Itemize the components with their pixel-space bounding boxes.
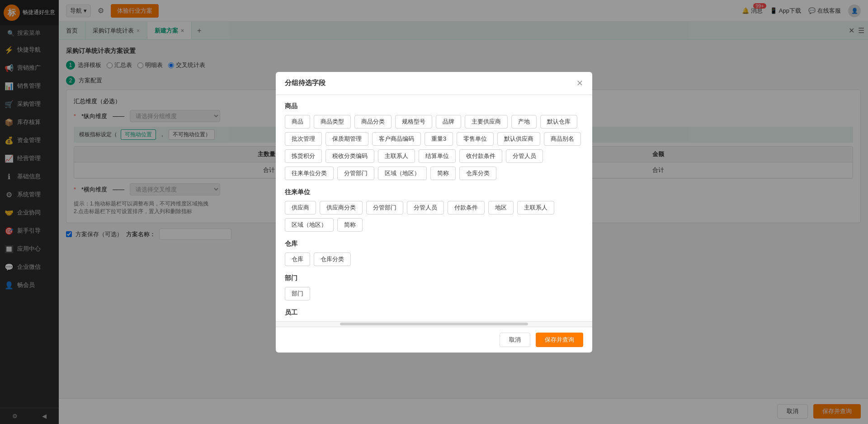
field-area[interactable]: 地区: [488, 201, 514, 214]
field-customer-code[interactable]: 客户商品编码: [372, 132, 421, 146]
field-settlement-unit[interactable]: 结算单位: [419, 149, 456, 163]
field-default-supplier[interactable]: 默认供应商: [497, 132, 540, 146]
field-payment-terms[interactable]: 收付款条件: [459, 149, 502, 163]
modal-header: 分组待选字段 ✕: [276, 72, 592, 95]
field-origin[interactable]: 产地: [511, 115, 537, 129]
modal-footer: 取消 保存并查询: [276, 327, 592, 353]
field-section-partner: 往来单位 供应商 供应商分类 分管部门 分管人员 付款条件 地区 主联系人 区域…: [285, 188, 583, 232]
field-dept-in-charge[interactable]: 分管部门: [337, 167, 374, 180]
field-supplier[interactable]: 供应商: [285, 201, 316, 214]
field-default-warehouse[interactable]: 默认仓库: [540, 115, 577, 129]
field-source-unit-category[interactable]: 往来单位分类: [285, 167, 334, 180]
field-product-type[interactable]: 商品类型: [314, 115, 351, 129]
field-batch-mgmt[interactable]: 批次管理: [285, 132, 322, 146]
modal-overlay[interactable]: 分组待选字段 ✕ 商品 商品 商品类型 商品分类 规格型号 品牌 主要供应商 产…: [0, 0, 868, 424]
field-brand[interactable]: 品牌: [436, 115, 461, 129]
modal-body[interactable]: 商品 商品 商品类型 商品分类 规格型号 品牌 主要供应商 产地 默认仓库 批次…: [276, 95, 592, 322]
field-region2[interactable]: 区域（地区）: [285, 218, 334, 232]
field-section-employee: 员工 业务员: [285, 309, 583, 322]
field-weight3[interactable]: 重量3: [425, 132, 453, 146]
field-wh-category[interactable]: 仓库分类: [314, 252, 351, 266]
field-wh[interactable]: 仓库: [285, 252, 310, 266]
field-alias[interactable]: 商品别名: [544, 132, 581, 146]
partner-fields: 供应商 供应商分类 分管部门 分管人员 付款条件 地区 主联系人 区域（地区） …: [285, 201, 583, 232]
field-manager[interactable]: 分管人员: [506, 149, 543, 163]
field-section-warehouse: 仓库 仓库 仓库分类: [285, 240, 583, 266]
goods-fields: 商品 商品类型 商品分类 规格型号 品牌 主要供应商 产地 默认仓库 批次管理 …: [285, 115, 583, 180]
partner-section-title: 往来单位: [285, 188, 583, 196]
modal-title: 分组待选字段: [285, 79, 326, 87]
field-expiry-mgmt[interactable]: 保质期管理: [326, 132, 368, 146]
field-section-department: 部门 部门: [285, 274, 583, 300]
warehouse-fields: 仓库 仓库分类: [285, 252, 583, 266]
field-main-contact[interactable]: 主联系人: [517, 201, 554, 214]
goods-section-title: 商品: [285, 102, 583, 110]
warehouse-section-title: 仓库: [285, 240, 583, 248]
field-spec-type[interactable]: 规格型号: [395, 115, 432, 129]
modal-confirm-btn[interactable]: 保存并查询: [536, 333, 583, 347]
field-retail-unit[interactable]: 零售单位: [457, 132, 494, 146]
field-main-supplier[interactable]: 主要供应商: [465, 115, 508, 129]
field-product[interactable]: 商品: [285, 115, 310, 129]
field-section-goods: 商品 商品 商品类型 商品分类 规格型号 品牌 主要供应商 产地 默认仓库 批次…: [285, 102, 583, 180]
field-warehouse-category[interactable]: 仓库分类: [459, 167, 496, 180]
department-section-title: 部门: [285, 274, 583, 282]
field-pickup-points[interactable]: 拣货积分: [285, 149, 322, 163]
field-contact[interactable]: 主联系人: [378, 149, 415, 163]
field-manage-dept[interactable]: 分管部门: [366, 201, 403, 214]
modal-close-btn[interactable]: ✕: [576, 78, 583, 88]
field-product-category[interactable]: 商品分类: [354, 115, 392, 129]
field-tax-code[interactable]: 税收分类编码: [326, 149, 374, 163]
field-abbr[interactable]: 简称: [430, 167, 456, 180]
field-abbr2[interactable]: 简称: [337, 218, 363, 232]
field-manage-person[interactable]: 分管人员: [407, 201, 444, 214]
field-payment-cond[interactable]: 付款条件: [448, 201, 485, 214]
department-fields: 部门: [285, 287, 583, 300]
modal-dialog: 分组待选字段 ✕ 商品 商品 商品类型 商品分类 规格型号 品牌 主要供应商 产…: [276, 72, 592, 353]
employee-section-title: 员工: [285, 309, 583, 317]
field-dept[interactable]: 部门: [285, 287, 310, 300]
field-supplier-category[interactable]: 供应商分类: [320, 201, 363, 214]
field-region[interactable]: 区域（地区）: [378, 167, 427, 180]
modal-cancel-btn[interactable]: 取消: [500, 333, 530, 347]
